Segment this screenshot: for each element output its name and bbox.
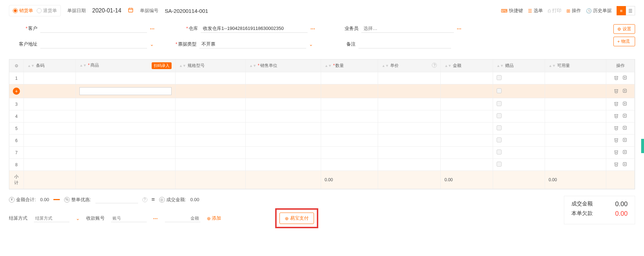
cell-amount[interactable] xyxy=(441,98,493,110)
cell-qty[interactable] xyxy=(321,98,378,110)
copy-row-icon[interactable] xyxy=(622,125,627,131)
gift-checkbox[interactable] xyxy=(497,137,502,142)
cell-qty[interactable] xyxy=(321,147,378,159)
cell-barcode[interactable] xyxy=(24,110,76,122)
cell-amount[interactable] xyxy=(441,122,493,135)
cell-product[interactable] xyxy=(76,122,176,135)
print-button[interactable]: ⎙打印 xyxy=(548,7,561,14)
cell-amount[interactable] xyxy=(441,135,493,147)
copy-row-icon[interactable] xyxy=(622,113,627,119)
gift-checkbox[interactable] xyxy=(497,150,502,155)
cell-gift[interactable] xyxy=(493,110,545,122)
remark-input[interactable] xyxy=(358,40,451,48)
gift-checkbox[interactable] xyxy=(497,125,502,130)
table-row[interactable]: 7 xyxy=(9,147,635,159)
salesperson-lookup-icon[interactable]: ⋯ xyxy=(457,26,462,31)
customer-lookup-icon[interactable]: ⋯ xyxy=(150,26,155,31)
cell-product[interactable] xyxy=(76,110,176,122)
gift-checkbox[interactable] xyxy=(497,113,502,118)
cell-spec[interactable] xyxy=(175,98,245,110)
cell-unit[interactable] xyxy=(246,147,321,159)
radio-sales-order[interactable]: 销货单 xyxy=(13,7,33,14)
col-unit[interactable]: ▲▼*销售单位 xyxy=(246,59,321,72)
col-qty[interactable]: ▲▼*数量 xyxy=(321,59,378,72)
settings-button[interactable]: ⚙设置 xyxy=(613,24,635,34)
cell-unit[interactable] xyxy=(246,159,321,171)
cell-qty[interactable] xyxy=(321,135,378,147)
gift-checkbox[interactable] xyxy=(497,75,502,80)
delete-row-icon[interactable] xyxy=(614,88,619,94)
cell-barcode[interactable] xyxy=(24,135,76,147)
cell-gift[interactable] xyxy=(493,159,545,171)
delete-row-icon[interactable] xyxy=(614,150,619,156)
delete-row-icon[interactable] xyxy=(614,113,619,119)
view-compact-button[interactable]: ≡ xyxy=(617,6,626,15)
col-price[interactable]: ▲▼单价? xyxy=(378,59,441,72)
operate-button[interactable]: ⊞操作 xyxy=(566,7,581,14)
cell-product[interactable] xyxy=(76,84,176,98)
cell-amount[interactable] xyxy=(441,110,493,122)
delete-row-icon[interactable] xyxy=(614,101,619,107)
scan-badge[interactable]: 扫码录入 xyxy=(152,62,172,69)
cell-amount[interactable] xyxy=(441,84,493,98)
table-settings-icon[interactable]: ⚙ xyxy=(9,59,24,72)
cell-price[interactable] xyxy=(378,122,441,135)
cell-amount[interactable] xyxy=(441,72,493,84)
add-row-icon[interactable]: + xyxy=(13,88,20,95)
gift-checkbox[interactable] xyxy=(497,101,502,106)
table-row[interactable]: 6 xyxy=(9,135,635,147)
cell-price[interactable] xyxy=(378,84,441,98)
payment-method-input[interactable] xyxy=(34,215,69,222)
cell-unit[interactable] xyxy=(246,84,321,98)
table-row[interactable]: 4 xyxy=(9,110,635,122)
cell-gift[interactable] xyxy=(493,135,545,147)
cell-gift[interactable] xyxy=(493,122,545,135)
cell-price[interactable] xyxy=(378,110,441,122)
payment-amount-input[interactable] xyxy=(165,215,200,222)
chevron-down-icon[interactable]: ⌄ xyxy=(150,42,154,47)
history-button[interactable]: 🕓历史单据 xyxy=(586,7,612,14)
help-icon[interactable]: ? xyxy=(432,63,437,68)
cell-price[interactable] xyxy=(378,98,441,110)
cell-gift[interactable] xyxy=(493,147,545,159)
cell-product[interactable] xyxy=(76,147,176,159)
cell-price[interactable] xyxy=(378,159,441,171)
cell-spec[interactable] xyxy=(175,147,245,159)
discount-input[interactable] xyxy=(95,196,138,203)
cell-gift[interactable] xyxy=(493,84,545,98)
cell-barcode[interactable] xyxy=(24,122,76,135)
cell-spec[interactable] xyxy=(175,72,245,84)
account-input[interactable] xyxy=(111,215,147,222)
copy-row-icon[interactable] xyxy=(622,75,627,81)
cell-product[interactable] xyxy=(76,159,176,171)
cell-barcode[interactable] xyxy=(24,159,76,171)
radio-return-order[interactable]: 退货单 xyxy=(37,7,57,14)
cell-unit[interactable] xyxy=(246,135,321,147)
cell-qty[interactable] xyxy=(321,110,378,122)
cell-barcode[interactable] xyxy=(24,147,76,159)
cell-price[interactable] xyxy=(378,135,441,147)
table-row[interactable]: 5 xyxy=(9,122,635,135)
copy-row-icon[interactable] xyxy=(622,101,627,107)
date-value[interactable]: 2020-01-14 xyxy=(92,7,121,14)
col-barcode[interactable]: ▲▼条码 xyxy=(24,59,76,72)
shortcut-button[interactable]: ⌨快捷键 xyxy=(501,7,523,14)
warehouse-input[interactable] xyxy=(201,24,308,33)
invoice-type-input[interactable] xyxy=(199,40,306,48)
add-payment-button[interactable]: ⊕添加 xyxy=(207,215,221,221)
delete-row-icon[interactable] xyxy=(614,125,619,131)
chevron-down-icon[interactable]: ⌄ xyxy=(76,216,80,221)
cell-spec[interactable] xyxy=(175,135,245,147)
cell-price[interactable] xyxy=(378,147,441,159)
cell-spec[interactable] xyxy=(175,110,245,122)
cell-qty[interactable] xyxy=(321,72,378,84)
col-product[interactable]: ▲▼*商品扫码录入 xyxy=(76,59,176,72)
cell-qty[interactable] xyxy=(321,122,378,135)
table-row[interactable]: 8 xyxy=(9,159,635,171)
col-spec[interactable]: ▲▼规格型号 xyxy=(175,59,245,72)
col-gift[interactable]: ▲▼赠品 xyxy=(493,59,545,72)
cell-unit[interactable] xyxy=(246,98,321,110)
delete-row-icon[interactable] xyxy=(614,75,619,81)
cell-unit[interactable] xyxy=(246,110,321,122)
cell-unit[interactable] xyxy=(246,122,321,135)
